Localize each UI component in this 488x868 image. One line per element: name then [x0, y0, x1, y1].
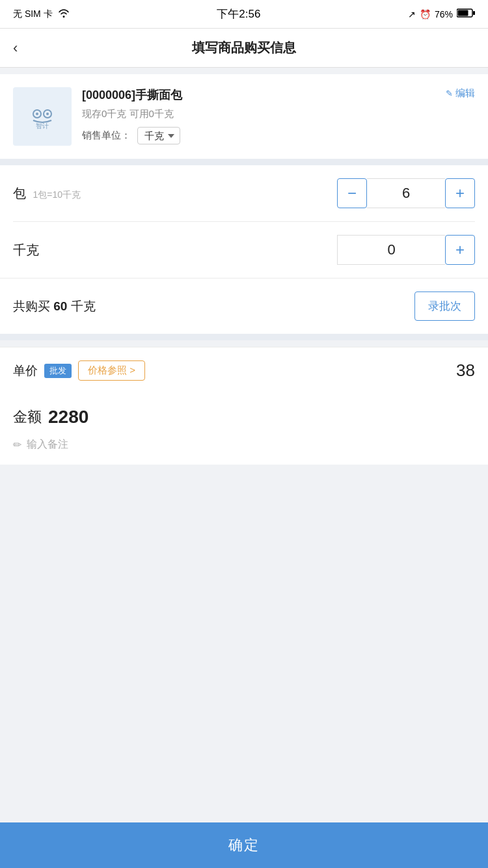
edit-button[interactable]: ✎ 编辑 [446, 87, 475, 100]
status-bar: 无 SIM 卡 下午2:56 ↗ ⏰ 76% [0, 0, 488, 29]
content-area [0, 465, 488, 647]
amount-label: 金额 [13, 407, 42, 427]
battery-icon [457, 8, 475, 20]
quantity-label-group-bao: 包 1包=10千克 [13, 185, 337, 202]
price-ref-button[interactable]: 价格参照 > [78, 360, 145, 381]
amount-section: 金额 2280 ✏ 输入备注 [0, 394, 488, 465]
price-value: 38 [456, 360, 475, 381]
quantity-row-kg: 千克 + [13, 222, 475, 278]
battery-text: 76% [435, 9, 453, 20]
quantity-input-bao[interactable] [367, 178, 445, 208]
quantity-label-bao: 包 [13, 186, 26, 200]
section-divider-2 [0, 334, 488, 340]
nav-bar: ‹ 填写商品购买信息 [0, 29, 488, 68]
status-right: ↗ ⏰ 76% [408, 8, 475, 20]
total-unit: 千克 [71, 299, 96, 313]
edit-label: 编辑 [455, 87, 475, 100]
product-card: 智计 [0000006]手撕面包 现存0千克 可用0千克 销售单位： 千克 包 … [0, 74, 488, 159]
wifi-icon [58, 8, 70, 20]
remark-placeholder: 输入备注 [27, 438, 68, 452]
svg-point-5 [36, 113, 38, 115]
total-prefix: 共购买 [13, 299, 50, 313]
svg-text:智计: 智计 [36, 122, 49, 129]
location-icon: ↗ [408, 9, 416, 20]
status-time: 下午2:56 [217, 7, 260, 21]
amount-row: 金额 2280 [13, 407, 475, 427]
svg-point-6 [46, 113, 49, 115]
price-label-group: 单价 批发 价格参照 > [13, 360, 145, 381]
amount-value: 2280 [48, 407, 88, 427]
product-unit-row: 销售单位： 千克 包 [82, 127, 475, 144]
quantity-controls-kg: + [337, 235, 475, 265]
total-row: 共购买 60 千克 录批次 [0, 278, 488, 334]
minus-button-bao[interactable]: − [337, 178, 367, 208]
svg-rect-2 [473, 11, 475, 15]
pencil-icon: ✏ [13, 439, 21, 451]
unit-label: 销售单位： [82, 129, 131, 142]
svg-rect-1 [457, 10, 468, 16]
total-text: 共购买 60 千克 [13, 298, 96, 315]
section-divider-1 [0, 159, 488, 165]
quantity-label-kg: 千克 [13, 243, 39, 257]
status-left: 无 SIM 卡 [13, 8, 70, 20]
quantity-hint-bao: 1包=10千克 [33, 189, 81, 200]
quantity-section: 包 1包=10千克 − + 千克 + [0, 165, 488, 278]
quantity-input-kg[interactable] [337, 235, 445, 265]
price-badge: 批发 [44, 364, 72, 378]
product-name: [0000006]手撕面包 [82, 87, 475, 103]
price-label: 单价 [13, 362, 38, 379]
remark-row[interactable]: ✏ 输入备注 [13, 438, 475, 452]
quantity-controls-bao: − + [337, 178, 475, 208]
batch-button[interactable]: 录批次 [414, 292, 475, 321]
product-info: [0000006]手撕面包 现存0千克 可用0千克 销售单位： 千克 包 [82, 87, 475, 144]
alarm-icon: ⏰ [420, 9, 431, 20]
edit-icon: ✎ [446, 88, 453, 98]
product-stock: 现存0千克 可用0千克 [82, 108, 475, 120]
back-button[interactable]: ‹ [13, 40, 18, 57]
unit-select[interactable]: 千克 包 [137, 127, 180, 144]
total-amount: 60 [53, 299, 70, 313]
carrier-text: 无 SIM 卡 [13, 8, 53, 20]
quantity-row-bao: 包 1包=10千克 − + [13, 165, 475, 222]
quantity-label-group-kg: 千克 [13, 241, 337, 259]
product-thumbnail: 智计 [13, 87, 72, 146]
price-row: 单价 批发 价格参照 > 38 [0, 347, 488, 394]
confirm-button[interactable]: 确定 [0, 822, 488, 868]
page-title: 填写商品购买信息 [192, 39, 296, 57]
plus-button-kg[interactable]: + [445, 235, 475, 265]
plus-button-bao[interactable]: + [445, 178, 475, 208]
